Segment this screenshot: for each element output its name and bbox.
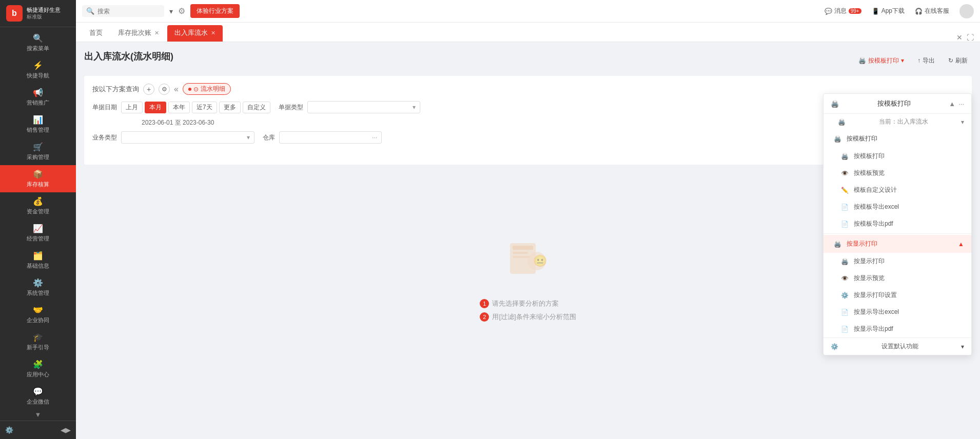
dp-dots-icon[interactable]: ··· [958,100,964,108]
sidebar-scroll-down[interactable]: ▼ [0,409,76,421]
tab-batch[interactable]: 库存批次账 ✕ [111,25,166,42]
messages-icon: 💬 [825,8,832,15]
sidebar-settings-icon[interactable]: ⚙️ [5,426,13,434]
sidebar-footer: ⚙️ ◀▶ [0,421,76,439]
messages-btn[interactable]: 💬 消息 99+ [825,7,861,15]
dp-footer[interactable]: ⚙️ 设置默认功能 ▾ [824,337,971,355]
filter-settings-btn[interactable]: ⚙ [159,84,170,95]
page-top-right: 🖨️ 按模板打印 ▾ ↑ 导出 ↻ 刷新 [854,54,972,67]
dp-display-print-settings[interactable]: ⚙️ 按显示打印设置 [824,287,971,304]
dp-template-preview[interactable]: 👁️ 按模板预览 [824,165,971,182]
refresh-btn[interactable]: ↻ 刷新 [944,54,972,67]
sidebar-item-marketing[interactable]: 📢 营销推广 [0,84,76,111]
empty-state-icon: 😐 [505,233,551,289]
tab-flow[interactable]: 出入库流水 ✕ [167,25,223,42]
filter-doctype-field: 单据类型 ▾ [279,101,420,113]
sidebar-item-basic[interactable]: 🗂️ 基础信息 [0,247,76,274]
sales-icon: 📊 [33,115,43,125]
dp-de-icon: 📄 [841,309,849,316]
tab-restore-icon[interactable]: ✕ [956,33,963,42]
date-btn-7days[interactable]: 近7天 [192,102,217,113]
dp-header-btns: ▲ ··· [949,100,964,108]
sidebar-collapse-icon[interactable]: ◀▶ [61,426,71,434]
tab-home[interactable]: 首页 [82,25,110,42]
dp-template-print-action[interactable]: 🖨️ 按模板打印 [824,148,971,165]
print-dropdown-icon: ▾ [901,57,904,64]
date-btn-this-month[interactable]: 本月 [145,102,166,113]
filter-collapse-btn[interactable]: « [174,85,179,94]
sidebar-item-wechat[interactable]: 💬 企业微信 [0,383,76,409]
export-btn[interactable]: ↑ 导出 [913,54,939,67]
printer-icon: 🖨️ [858,57,866,64]
header-search-box[interactable]: 🔍 [82,5,164,17]
tab-batch-close[interactable]: ✕ [154,30,159,36]
page-title: 出入库流水(流水明细) [84,50,173,63]
filter-warehouse-select[interactable]: ··· [279,131,382,144]
sidebar-item-sales[interactable]: 📊 销售管理 [0,111,76,138]
dp-current-label: 🖨️ 当前：出入库流水 ▾ [824,114,971,130]
sidebar-item-guide[interactable]: 🎓 新手引导 [0,328,76,355]
sidebar-item-system[interactable]: ⚙️ 系统管理 [0,274,76,301]
apps-icon: 🧩 [33,360,43,369]
date-quick-btns: 上月 本月 本年 近7天 更多 自定义 [121,102,270,113]
marketing-icon: 📢 [33,88,43,97]
tab-flow-close[interactable]: ✕ [211,30,215,36]
dp-template-excel[interactable]: 📄 按模板导出excel [824,198,971,215]
filter-biztype-select[interactable]: ▾ [121,131,254,144]
page-top-bar: 出入库流水(流水明细) 🖨️ 按模板打印 ▾ ↑ 导出 ↻ 刷新 [84,50,972,71]
dp-expand-icon[interactable]: ▲ [949,100,955,108]
header-gear-icon[interactable]: ⚙ [178,6,185,16]
print-dropdown-panel: 🖨️ 按模板打印 ▲ ··· 🖨️ 当前：出入库流水 ▾ 🖨️ 按模板打印 🖨️ [823,93,972,355]
doctype-dropdown-icon: ▾ [413,104,416,111]
dp-template-pdf[interactable]: 📄 按模板导出pdf [824,215,971,232]
search-dropdown-btn[interactable]: ▾ [169,7,173,15]
dp-printer-icon: 🖨️ [831,100,839,108]
system-icon: ⚙️ [33,278,43,288]
filter-date-field: 单据日期 上月 本月 本年 近7天 更多 自定义 [92,102,270,113]
sidebar-item-apps[interactable]: 🧩 应用中心 [0,355,76,383]
app-download-btn[interactable]: 📱 App下载 [872,7,905,15]
dp-tpdf-icon: 📄 [841,221,849,228]
dp-display-print-action[interactable]: 🖨️ 按显示打印 [824,253,971,270]
dp-template-print-header[interactable]: 🖨️ 按模板打印 [824,130,971,148]
dp-tpa-icon: 🖨️ [841,153,849,160]
dp-template-custom[interactable]: ✏️ 模板自定义设计 [824,182,971,198]
dp-header: 🖨️ 按模板打印 ▲ ··· [824,94,971,114]
filter-section-label: 按以下方案查询 [92,85,139,94]
dp-display-excel[interactable]: 📄 按显示导出excel [824,304,971,321]
sidebar-item-search[interactable]: 🔍 搜索菜单 [0,29,76,56]
refresh-icon: ↻ [948,57,953,64]
sidebar-item-cooperation[interactable]: 🤝 企业协同 [0,301,76,328]
print-template-btn[interactable]: 🖨️ 按模板打印 ▾ [854,54,908,67]
date-btn-this-year[interactable]: 本年 [168,102,190,113]
dp-display-preview[interactable]: 👁️ 按显示预览 [824,270,971,287]
trial-btn[interactable]: 体验行业方案 [190,4,240,18]
dp-display-print-header[interactable]: 🖨️ 按显示打印 ▲ [824,235,971,253]
hint-num-2: 2 [480,312,489,322]
tab-maximize-icon[interactable]: ⛶ [967,33,974,42]
search-menu-icon: 🔍 [33,33,43,43]
dp-display-pdf[interactable]: 📄 按显示导出pdf [824,321,971,337]
purchase-icon: 🛒 [33,142,43,152]
sidebar-item-purchase[interactable]: 🛒 采购管理 [0,138,76,165]
user-avatar[interactable] [959,4,974,18]
date-btn-last-month[interactable]: 上月 [121,102,143,113]
sidebar-item-quick[interactable]: ⚡ 快捷导航 [0,56,76,84]
online-service-btn[interactable]: 🎧 在线客服 [915,7,949,15]
sidebar-item-inventory[interactable]: 📦 库存核算 [0,165,76,192]
sidebar-item-operation[interactable]: 📈 经营管理 [0,220,76,247]
empty-hint-item-2: 2 用[过滤]条件来缩小分析范围 [480,310,576,324]
date-btn-custom[interactable]: 自定义 [243,102,270,113]
empty-hint-item-1: 1 请先选择要分析的方案 [480,297,576,310]
dp-current-icon: 🖨️ [838,118,846,126]
filter-add-btn[interactable]: + [143,84,154,95]
search-input[interactable] [97,8,149,15]
messages-badge: 99+ [849,8,861,14]
dp-te-icon: 📄 [841,204,849,211]
warehouse-dropdown-icon: ··· [372,134,377,141]
sidebar-item-finance[interactable]: 💰 资金管理 [0,192,76,220]
filter-doctype-select[interactable]: ▾ [307,101,420,113]
tab-window-btns: ✕ ⛶ [956,33,974,42]
date-btn-more[interactable]: 更多 [219,102,241,113]
hint-num-1: 1 [480,299,489,308]
